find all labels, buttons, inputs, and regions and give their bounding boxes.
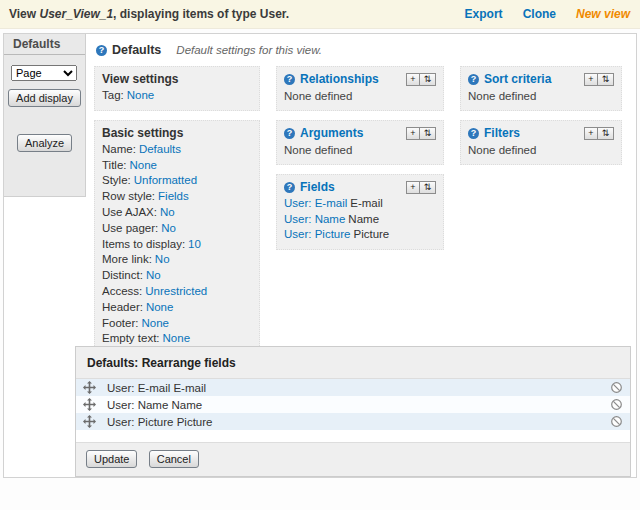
- setting-value-link[interactable]: Unformatted: [134, 174, 197, 186]
- help-icon[interactable]: ?: [284, 128, 295, 139]
- rearrange-row: User: E-mail E-mail: [76, 379, 630, 396]
- sort-criteria-empty: None defined: [468, 88, 614, 104]
- setting-label: Row style:: [102, 190, 155, 202]
- export-link[interactable]: Export: [465, 7, 503, 21]
- drag-handle-icon[interactable]: [83, 415, 96, 428]
- setting-value-link[interactable]: 10: [188, 238, 201, 250]
- rearrange-icon[interactable]: ⇅: [598, 73, 614, 86]
- field-link[interactable]: User: Name: [284, 213, 345, 225]
- relationships-actions: + ⇅: [406, 73, 436, 86]
- setting-row: Empty text:None: [102, 331, 252, 347]
- sort-criteria-actions: + ⇅: [584, 73, 614, 86]
- view-info-prefix: View: [9, 7, 36, 21]
- help-icon[interactable]: ?: [468, 74, 479, 85]
- setting-value-link[interactable]: No: [146, 269, 161, 281]
- help-icon[interactable]: ?: [468, 128, 479, 139]
- rearrange-icon[interactable]: ⇅: [420, 127, 436, 140]
- setting-row: Row style:Fields: [102, 189, 252, 205]
- relationships-link[interactable]: Relationships: [300, 71, 379, 87]
- setting-label: Header:: [102, 301, 143, 313]
- display-settings: ? Defaults Default settings for this vie…: [92, 34, 636, 379]
- rearrange-icon[interactable]: ⇅: [420, 73, 436, 86]
- rearrange-row: User: Picture Picture: [76, 413, 630, 430]
- field-item: User: NameName: [284, 212, 436, 228]
- cancel-button[interactable]: Cancel: [149, 450, 199, 468]
- relationships-empty: None defined: [284, 88, 436, 104]
- arguments-empty: None defined: [284, 142, 436, 158]
- setting-value-link[interactable]: None: [141, 317, 169, 329]
- analyze-button[interactable]: Analyze: [17, 134, 72, 152]
- rearrange-row-label: User: Name Name: [107, 399, 610, 411]
- sort-criteria-link[interactable]: Sort criteria: [484, 71, 551, 87]
- setting-label: Use AJAX:: [102, 206, 157, 218]
- new-view-link[interactable]: New view: [576, 7, 630, 21]
- arguments-link[interactable]: Arguments: [300, 125, 363, 141]
- field-item: User: PicturePicture: [284, 227, 436, 243]
- setting-row: Footer:None: [102, 316, 252, 332]
- drag-handle-icon[interactable]: [83, 398, 96, 411]
- help-icon[interactable]: ?: [284, 74, 295, 85]
- rearrange-row-label: User: E-mail E-mail: [107, 382, 610, 394]
- field-item: User: E-mailE-mail: [284, 196, 436, 212]
- display-type-select[interactable]: Page: [11, 65, 77, 81]
- setting-row: Style:Unformatted: [102, 173, 252, 189]
- help-icon[interactable]: ?: [96, 45, 107, 56]
- filters-box: ? Filters + ⇅ None defined: [460, 120, 622, 165]
- rearrange-row-label: User: Picture Picture: [107, 416, 610, 428]
- tab-defaults[interactable]: Defaults: [4, 34, 85, 55]
- column-middle: ? Relationships + ⇅ None defined ? Argum…: [276, 66, 444, 379]
- clone-link[interactable]: Clone: [523, 7, 556, 21]
- setting-label: Style:: [102, 174, 131, 186]
- setting-row: Header:None: [102, 300, 252, 316]
- setting-value-link[interactable]: No: [155, 253, 170, 265]
- setting-value-link[interactable]: None: [127, 89, 155, 101]
- remove-icon[interactable]: [610, 381, 623, 394]
- add-display-button[interactable]: Add display: [8, 89, 81, 107]
- setting-label: Access:: [102, 285, 142, 297]
- setting-value-link[interactable]: None: [146, 301, 174, 313]
- fields-link[interactable]: Fields: [300, 179, 335, 195]
- setting-row: Use AJAX:No: [102, 205, 252, 221]
- field-link[interactable]: User: Picture: [284, 228, 350, 240]
- setting-value-link[interactable]: No: [160, 206, 175, 218]
- setting-value-link[interactable]: None: [130, 159, 158, 171]
- drag-handle-icon[interactable]: [83, 381, 96, 394]
- setting-value-link[interactable]: Defaults: [139, 143, 181, 155]
- view-action-links: Export Clone New view: [445, 7, 630, 21]
- remove-icon[interactable]: [610, 415, 623, 428]
- setting-value-link[interactable]: No: [161, 222, 176, 234]
- rearrange-row: User: Name Name: [76, 396, 630, 413]
- setting-value-link[interactable]: None: [163, 332, 191, 344]
- add-icon[interactable]: +: [584, 127, 598, 140]
- view-info-bar: View User_View_1, displaying items of ty…: [0, 0, 640, 29]
- help-icon[interactable]: ?: [284, 182, 295, 193]
- add-icon[interactable]: +: [406, 181, 420, 194]
- add-icon[interactable]: +: [406, 73, 420, 86]
- view-settings-title: View settings: [102, 71, 252, 88]
- filters-link[interactable]: Filters: [484, 125, 520, 141]
- view-name: User_View_1: [39, 7, 113, 21]
- setting-label: Distinct:: [102, 269, 143, 281]
- setting-row: Title:None: [102, 158, 252, 174]
- add-icon[interactable]: +: [406, 127, 420, 140]
- field-label-text: Name: [348, 213, 379, 225]
- rearrange-icon[interactable]: ⇅: [420, 181, 436, 194]
- remove-icon[interactable]: [610, 398, 623, 411]
- views-edit-panel: Defaults Page Add display Analyze ? Defa…: [3, 33, 637, 478]
- filters-empty: None defined: [468, 142, 614, 158]
- rearrange-icon[interactable]: ⇅: [598, 127, 614, 140]
- add-icon[interactable]: +: [584, 73, 598, 86]
- field-link[interactable]: User: E-mail: [284, 197, 347, 209]
- filters-header: ? Filters + ⇅: [468, 125, 614, 141]
- setting-label: Tag:: [102, 89, 124, 101]
- display-title: Defaults: [112, 43, 161, 57]
- view-info-suffix: , displaying items of type User.: [113, 7, 289, 21]
- arguments-box: ? Arguments + ⇅ None defined: [276, 120, 444, 165]
- setting-row: Name:Defaults: [102, 142, 252, 158]
- field-label-text: E-mail: [350, 197, 383, 209]
- setting-label: Title:: [102, 159, 127, 171]
- update-button[interactable]: Update: [86, 450, 137, 468]
- setting-value-link[interactable]: Unrestricted: [145, 285, 207, 297]
- setting-label: Use pager:: [102, 222, 158, 234]
- setting-value-link[interactable]: Fields: [158, 190, 189, 202]
